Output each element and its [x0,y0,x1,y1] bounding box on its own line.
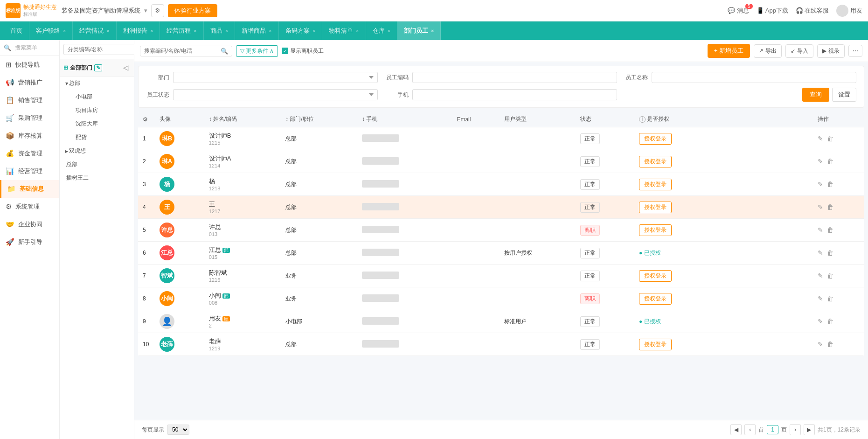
dept-tree-item[interactable]: 配货 [60,131,134,144]
sidebar-item-collab[interactable]: 🤝企业协同 [0,216,59,233]
delete-button[interactable]: 🗑 [827,272,833,279]
dept-tree-item[interactable]: 插树王二 [60,171,134,185]
sidebar-item-finance[interactable]: 💰资金管理 [0,145,59,162]
query-button[interactable]: 查询 [802,88,829,102]
navtab-客户联络[interactable]: 客户联络 × [29,21,73,40]
close-icon[interactable]: × [312,28,315,34]
delete-button[interactable]: 🗑 [827,226,833,234]
navtab-物料清单[interactable]: 物料清单 × [322,21,366,40]
sidebar-item-shortcut[interactable]: ⊞快捷导航 [0,56,59,74]
page-size-select[interactable]: 50 [167,425,189,435]
dept-tree-item[interactable]: ▸ 双虎想 [60,144,134,158]
sidebar-item-basic[interactable]: 📁基础信息 [0,180,59,198]
close-icon[interactable]: × [431,28,434,34]
user-menu-button[interactable]: 用友 [836,5,862,17]
dept-tree-item[interactable]: 总部 [60,158,134,171]
online-service-button[interactable]: 🎧在线客服 [796,7,829,15]
current-page[interactable]: 1 [767,425,778,434]
edit-button[interactable]: ✎ [818,203,823,211]
dept-search-input[interactable] [63,44,142,55]
edit-button[interactable]: ✎ [818,295,823,302]
export-button[interactable]: ↗ 导出 [754,44,782,58]
close-icon[interactable]: × [225,28,228,34]
filter-empname-input[interactable] [652,72,856,83]
delete-button[interactable]: 🗑 [827,318,833,325]
sidebar-item-guide[interactable]: 🚀新手引导 [0,233,59,251]
delete-button[interactable]: 🗑 [827,181,833,188]
dept-edit-icon[interactable]: ✎ [94,64,102,71]
import-button[interactable]: ↙ 导入 [785,44,813,58]
app-download-button[interactable]: 📱App下载 [757,7,788,15]
sidebar-item-sales[interactable]: 📋销售管理 [0,91,59,109]
dept-tree-collapse-btn[interactable]: ◁ [121,62,130,73]
close-icon[interactable]: × [150,28,153,34]
sidebar-search[interactable]: 🔍 搜索菜单 [0,40,59,56]
col-phone[interactable]: ↕ 手机 [357,111,452,127]
auth-button[interactable]: 授权登录 [639,179,672,190]
sidebar-item-system[interactable]: ⚙系统管理 [0,198,59,216]
navtab-商品[interactable]: 商品 × [204,21,235,40]
search-box[interactable]: 🔍 [140,46,232,56]
navtab-经营历程[interactable]: 经营历程 × [160,21,203,40]
col-name[interactable]: ↕ 姓名/编码 [204,111,281,127]
sidebar-item-purchase[interactable]: 🛒采购管理 [0,109,59,127]
sidebar-item-operations[interactable]: 📊经营管理 [0,162,59,180]
dept-tree-item[interactable]: ▾ 总部 [60,77,134,90]
edit-button[interactable]: ✎ [818,249,823,257]
filter-empcode-input[interactable] [412,72,617,83]
edit-button[interactable]: ✎ [818,135,823,142]
trial-button[interactable]: 体验行业方案 [168,4,217,17]
edit-button[interactable]: ✎ [818,226,823,234]
dept-tree-item[interactable]: 小电部 [60,90,134,104]
more-button[interactable]: ⋯ [848,45,862,57]
auth-button[interactable]: 授权登录 [639,202,672,213]
dept-tree-item[interactable]: 沈阳大库 [60,117,134,131]
add-employee-button[interactable]: + 新增员工 [708,44,750,58]
delete-button[interactable]: 🗑 [827,158,833,165]
view-button[interactable]: ▶ 视录 [817,44,845,58]
dropdown-icon[interactable]: ▾ [144,7,147,14]
first-page-btn[interactable]: ◀ [730,424,742,435]
edit-button[interactable]: ✎ [818,318,823,325]
edit-button[interactable]: ✎ [818,341,823,348]
navtab-首页[interactable]: 首页 [4,21,29,40]
more-conditions-button[interactable]: ▽ 更多条件 ∧ [236,45,278,57]
delete-button[interactable]: 🗑 [827,135,833,142]
delete-button[interactable]: 🗑 [827,203,833,211]
delete-button[interactable]: 🗑 [827,295,833,302]
edit-button[interactable]: ✎ [818,181,823,188]
close-icon[interactable]: × [63,28,66,34]
navtab-经营情况[interactable]: 经营情况 × [73,21,116,40]
sidebar-item-marketing[interactable]: 📢营销推广 [0,74,59,91]
message-button[interactable]: 💬 消息 5 [728,7,749,15]
auth-button[interactable]: 授权登录 [639,270,672,282]
col-settings[interactable]: ⚙ [138,111,155,127]
dept-tree-item[interactable]: 项目库房 [60,104,134,117]
auth-button[interactable]: 授权登录 [639,293,672,305]
close-icon[interactable]: × [356,28,359,34]
navtab-部门员工[interactable]: 部门员工 × [397,21,441,40]
filter-dept-select[interactable] [173,72,378,83]
delete-button[interactable]: 🗑 [827,341,833,348]
delete-button[interactable]: 🗑 [827,249,833,257]
auth-button[interactable]: 授权登录 [639,339,672,350]
sidebar-item-inventory[interactable]: 📦库存核算 [0,127,59,145]
last-page-btn[interactable]: ▶ [804,424,815,435]
auth-button[interactable]: 授权登录 [639,133,672,145]
next-page-btn[interactable]: › [790,424,801,435]
navtab-仓库[interactable]: 仓库 × [366,21,397,40]
close-icon[interactable]: × [269,28,271,34]
col-dept[interactable]: ↕ 部门/职位 [281,111,357,127]
auth-button[interactable]: 授权登录 [639,156,672,167]
prev-page-btn[interactable]: ‹ [744,424,756,435]
edit-button[interactable]: ✎ [818,158,823,165]
filter-status-select[interactable] [173,89,378,100]
filter-phone-input[interactable] [412,89,617,100]
search-input[interactable] [144,48,219,54]
show-resigned-toggle[interactable]: ✓ 显示离职员工 [282,47,324,55]
close-icon[interactable]: × [194,28,196,34]
navtab-条码方案[interactable]: 条码方案 × [279,21,322,40]
gear-button[interactable]: ⚙ [151,4,164,17]
close-icon[interactable]: × [388,28,390,34]
set-button[interactable]: 设置 [832,88,856,102]
